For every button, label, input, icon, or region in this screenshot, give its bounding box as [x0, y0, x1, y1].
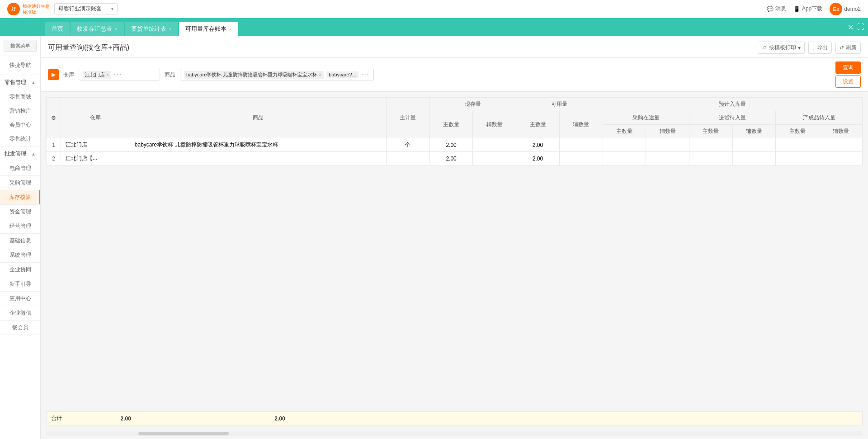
warehouse-input[interactable]: 江北门店 × ···: [79, 69, 160, 80]
scrollbar-thumb[interactable]: [138, 432, 229, 435]
setting-btn[interactable]: 设置: [835, 76, 861, 88]
sidebar-section-purchase: 采购管理: [0, 176, 40, 190]
footer-stock-main: 2.00: [87, 415, 164, 422]
table-footer: 合计 2.00 2.00: [46, 411, 863, 425]
tab-receivepay-close[interactable]: ×: [115, 27, 118, 32]
warehouse-tag-value: 江北门店: [85, 71, 105, 78]
scrollbar-area[interactable]: [46, 431, 863, 436]
product-more-dots[interactable]: ···: [361, 71, 370, 79]
print-template-btn[interactable]: 🖨 按模板打印 ▾: [758, 42, 805, 54]
sidebar-item-retail-mall[interactable]: 零售商城: [0, 90, 40, 104]
search-menu-btn[interactable]: 搜索菜单: [4, 40, 37, 52]
sidebar-wholesale-label: 批发管理: [5, 150, 26, 158]
tab-available[interactable]: 可用量库存账本 ×: [179, 22, 238, 36]
row-pa-aux-1: [732, 152, 776, 165]
user-avatar-area[interactable]: Ea demo2: [830, 3, 861, 15]
th-settings[interactable]: ⚙: [47, 98, 61, 138]
filter-expand-btn[interactable]: ▶: [48, 69, 59, 80]
footer-pa-main: [549, 415, 626, 422]
footer-label: 合计: [51, 415, 87, 422]
th-purchase-transit-aux: 辅数量: [646, 125, 689, 138]
app-download-btn[interactable]: 📱 App下载: [793, 5, 822, 13]
org-selector[interactable]: 母婴行业演示账套 ▾: [54, 3, 118, 14]
th-purchase-arrive-aux: 辅数量: [732, 125, 776, 138]
tab-close-all-icon[interactable]: ✕: [848, 23, 854, 32]
th-forecast-group: 预计入库量: [603, 98, 862, 111]
tab-home[interactable]: 首页: [45, 22, 70, 36]
nav-tabs: 首页 收发存汇总表 × 要货单统计表 × 可用量库存账本 × ✕ ⛶: [0, 18, 868, 36]
sidebar-item-inventory[interactable]: 库存核算: [0, 190, 40, 204]
data-table: ⚙ 仓库 商品 主计量 现存量 可用量 预计入库量 主数量 辅数量 主数量 辅数…: [46, 97, 863, 165]
table-row: 1 江北门店 babycare学饮杯 儿童防摔防撞吸管杯重力球吸嘴杯宝宝水杯 个…: [47, 138, 863, 152]
export-btn[interactable]: ↓ 导出: [808, 42, 832, 54]
row-stock-main-0: 2.00: [429, 138, 473, 152]
footer-prod-main: [703, 415, 780, 422]
sidebar-item-purchase[interactable]: 采购管理: [0, 176, 40, 190]
sidebar-item-basic[interactable]: 基础信息: [0, 234, 40, 248]
row-warehouse-1: 江北门店【...: [61, 152, 130, 165]
logo-text: 畅捷通好生意 标准版: [23, 3, 50, 15]
footer-pa-aux: [627, 415, 703, 422]
warehouse-tag-remove[interactable]: ×: [106, 72, 109, 77]
tab-purchasestat-close[interactable]: ×: [169, 27, 172, 32]
footer-available-main: 2.00: [241, 415, 318, 422]
retail-arrow-icon: ▲: [31, 80, 36, 85]
settings-icon[interactable]: ⚙: [51, 115, 56, 121]
sidebar-section-retail-title[interactable]: 零售管理 ▲: [0, 75, 40, 90]
row-available-aux-1: [559, 152, 603, 165]
sidebar-item-operation[interactable]: 经营管理: [0, 219, 40, 233]
product-tag-1-value: babycare学饮杯 儿童防摔防撞吸管杯重力球吸嘴杯宝宝水杯: [186, 71, 317, 78]
sidebar-item-ecommerce[interactable]: 电商管理: [0, 161, 40, 175]
footer-available-aux: [318, 415, 395, 422]
sidebar-item-marketing[interactable]: 营销推广: [0, 104, 40, 118]
message-btn[interactable]: 💬 消息: [767, 5, 786, 13]
footer-pt-aux: [472, 415, 549, 422]
product-input[interactable]: babycare学饮杯 儿童防摔防撞吸管杯重力球吸嘴杯宝宝水杯 × babyca…: [180, 69, 374, 80]
sidebar-item-member[interactable]: 畅会员: [0, 321, 40, 335]
top-bar: 好 畅捷通好生意 标准版 母婴行业演示账套 ▾ 💬 消息 📱 App下载 Ea …: [0, 0, 868, 18]
sidebar-section-retail: 零售管理 ▲ 零售商城 营销推广 会员中心 零售统计: [0, 75, 40, 146]
row-product-1: [130, 152, 386, 165]
sidebar-section-inventory: 库存核算: [0, 190, 40, 205]
sidebar-item-appcenter[interactable]: 应用中心: [0, 292, 40, 306]
row-pa-main-0: [689, 138, 733, 152]
org-dropdown-arrow: ▾: [111, 6, 113, 11]
sidebar-item-wechat[interactable]: 企业微信: [0, 306, 40, 320]
tab-expand-icon[interactable]: ⛶: [857, 23, 864, 32]
sidebar-item-retail-stats[interactable]: 零售统计: [0, 132, 40, 146]
sidebar-section-wholesale-title[interactable]: 批发管理 ▲: [0, 146, 40, 161]
sidebar-item-member-center[interactable]: 会员中心: [0, 118, 40, 132]
row-stock-main-1: 2.00: [429, 152, 473, 165]
footer-pt-main: [396, 415, 472, 422]
sidebar-item-shortcut[interactable]: 快捷导航: [0, 58, 40, 73]
row-stock-aux-0: [473, 138, 516, 152]
top-bar-right: 💬 消息 📱 App下载 Ea demo2: [767, 3, 861, 15]
user-name: demo2: [844, 6, 861, 12]
page-header: 可用量查询(按仓库+商品) 🖨 按模板打印 ▾ ↓ 导出 ↺ 刷新: [41, 36, 868, 58]
sidebar-item-system[interactable]: 系统管理: [0, 248, 40, 262]
product-tag-1: babycare学饮杯 儿童防摔防撞吸管杯重力球吸嘴杯宝宝水杯 ×: [184, 71, 324, 79]
sidebar-search-area: 搜索菜单: [0, 36, 40, 56]
row-available-main-1: 2.00: [516, 152, 560, 165]
product-tag-1-remove[interactable]: ×: [319, 72, 321, 77]
sidebar-section-finance: 资金管理: [0, 205, 40, 219]
th-unit: 主计量: [386, 98, 429, 138]
tab-available-close[interactable]: ×: [229, 27, 232, 32]
footer-values: 2.00 2.00: [87, 415, 858, 422]
row-unit-0: 个: [386, 138, 429, 152]
sidebar-section-wechat: 企业微信: [0, 306, 40, 321]
row-pt-aux-0: [646, 138, 689, 152]
sidebar-item-newguide[interactable]: 新手引导: [0, 277, 40, 291]
sidebar-item-enterprise[interactable]: 企业协同: [0, 263, 40, 277]
th-available-group: 可用量: [516, 98, 603, 111]
refresh-btn[interactable]: ↺ 刷新: [835, 42, 861, 54]
sidebar-item-finance[interactable]: 资金管理: [0, 205, 40, 219]
th-purchase-transit-main: 主数量: [603, 125, 646, 138]
tab-purchasestat[interactable]: 要货单统计表 ×: [125, 22, 178, 36]
row-stock-aux-1: [473, 152, 516, 165]
warehouse-more-dots[interactable]: ···: [114, 71, 123, 79]
page-actions: 🖨 按模板打印 ▾ ↓ 导出 ↺ 刷新: [758, 42, 861, 54]
tab-receivepay[interactable]: 收发存汇总表 ×: [71, 22, 124, 36]
query-btn[interactable]: 查询: [835, 61, 861, 74]
row-pa-aux-0: [732, 138, 776, 152]
